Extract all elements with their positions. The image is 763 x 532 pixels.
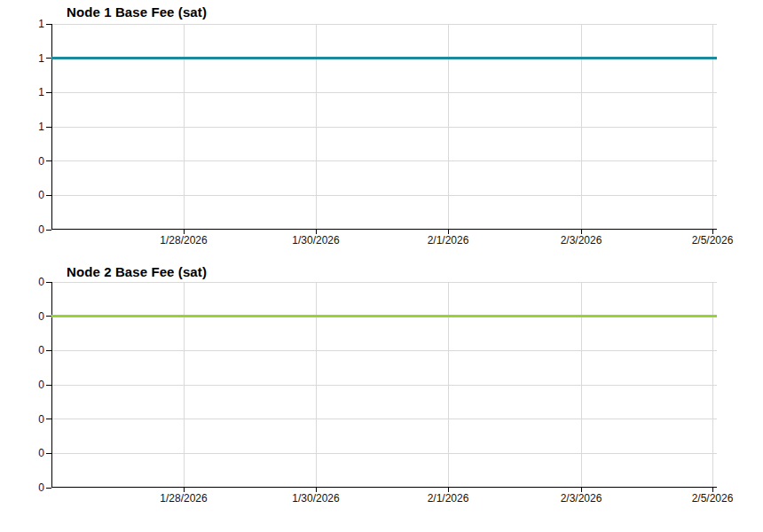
gridline-horizontal (51, 385, 717, 386)
gridline-horizontal (51, 24, 717, 25)
x-tick-label: 1/28/2026 (144, 492, 224, 505)
y-tick-label: 0 (12, 189, 44, 201)
gridline-horizontal (51, 160, 717, 161)
x-tick-label: 2/3/2026 (541, 234, 621, 246)
x-tick-label: 2/5/2026 (673, 492, 752, 505)
x-tick-label: 1/30/2026 (276, 492, 356, 505)
gridline-horizontal (51, 92, 717, 93)
y-tick-label: 1 (12, 52, 44, 65)
y-tick-label: 1 (12, 18, 44, 30)
plot-area (51, 282, 717, 488)
x-axis-line (51, 487, 717, 488)
y-tick-label: 0 (12, 379, 44, 391)
gridline-horizontal (51, 282, 717, 283)
y-tick-label: 0 (12, 413, 44, 426)
x-tick-label: 1/28/2026 (144, 234, 224, 246)
node-1-base-fee-chart: Node 1 Base Fee (sat) 11110001/28/20261/… (0, 0, 763, 255)
chart-title: Node 2 Base Fee (sat) (67, 264, 207, 279)
x-tick-label: 2/1/2026 (408, 234, 488, 246)
y-tick-label: 0 (12, 310, 44, 323)
y-tick-label: 0 (12, 344, 44, 356)
y-tick-label: 1 (12, 86, 44, 98)
gridline-horizontal (51, 195, 717, 196)
series-line (51, 57, 717, 59)
gridline-horizontal (51, 453, 717, 454)
chart-title: Node 1 Base Fee (sat) (67, 4, 207, 20)
gridline-horizontal (51, 350, 717, 351)
x-tick-label: 2/3/2026 (541, 492, 621, 505)
charts-page: Node 1 Base Fee (sat) 11110001/28/20261/… (0, 0, 763, 532)
y-tick-label: 0 (12, 481, 44, 494)
x-tick-label: 2/5/2026 (673, 234, 752, 246)
x-tick-label: 2/1/2026 (408, 492, 488, 505)
node-2-base-fee-chart: Node 2 Base Fee (sat) 00000001/28/20261/… (0, 257, 763, 523)
y-tick-label: 0 (12, 155, 44, 168)
gridline-horizontal (51, 419, 717, 419)
y-axis-line (51, 24, 52, 230)
y-tick-label: 0 (12, 223, 44, 236)
gridline-horizontal (51, 127, 717, 128)
x-axis-line (51, 229, 717, 230)
y-axis-line (51, 282, 52, 488)
x-tick-label: 1/30/2026 (276, 234, 356, 246)
plot-area (51, 24, 717, 230)
series-line (51, 315, 717, 317)
y-tick-label: 0 (12, 276, 44, 288)
y-tick-label: 1 (12, 121, 44, 133)
y-tick-label: 0 (12, 447, 44, 459)
